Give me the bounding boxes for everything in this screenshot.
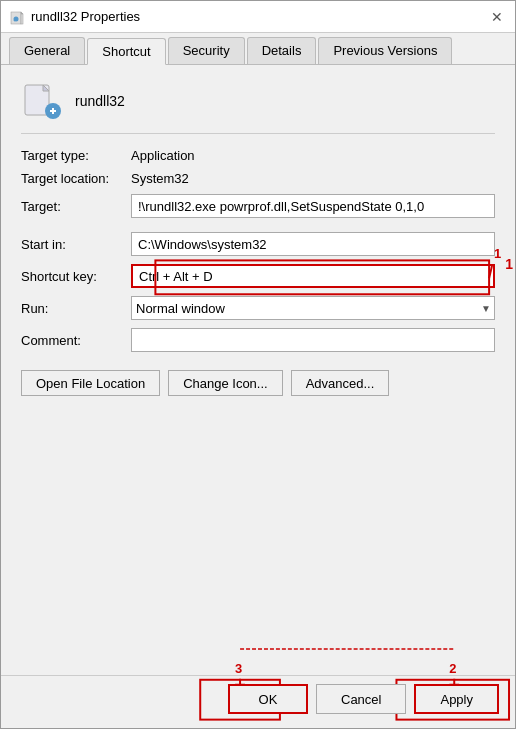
- tab-previous-versions[interactable]: Previous Versions: [318, 37, 452, 64]
- start-in-input[interactable]: [131, 232, 495, 256]
- icon-name-row: rundll32: [21, 81, 495, 134]
- run-row: Run: Normal window Minimized Maximized ▼: [21, 296, 495, 320]
- target-location-row: Target location: System32: [21, 171, 495, 186]
- properties-window: rundll32 Properties ✕ General Shortcut S…: [0, 0, 516, 729]
- tab-details[interactable]: Details: [247, 37, 317, 64]
- start-in-label: Start in:: [21, 237, 131, 252]
- comment-input[interactable]: [131, 328, 495, 352]
- title-bar: rundll32 Properties ✕: [1, 1, 515, 33]
- comment-label: Comment:: [21, 333, 131, 348]
- open-file-location-button[interactable]: Open File Location: [21, 370, 160, 396]
- cancel-button[interactable]: Cancel: [316, 684, 406, 714]
- run-select[interactable]: Normal window Minimized Maximized: [131, 296, 495, 320]
- change-icon-button[interactable]: Change Icon...: [168, 370, 283, 396]
- target-type-row: Target type: Application: [21, 148, 495, 163]
- window-icon: [9, 9, 25, 25]
- file-icon: [21, 81, 61, 121]
- start-in-row: Start in:: [21, 232, 495, 256]
- tab-security[interactable]: Security: [168, 37, 245, 64]
- action-buttons-row: Open File Location Change Icon... Advanc…: [21, 370, 495, 396]
- shortcut-key-label: Shortcut key:: [21, 269, 131, 284]
- window-title: rundll32 Properties: [31, 9, 140, 24]
- file-name: rundll32: [75, 93, 125, 109]
- run-label: Run:: [21, 301, 131, 316]
- bottom-buttons-row: OK Cancel Apply: [1, 675, 515, 728]
- target-label: Target:: [21, 199, 131, 214]
- tabs-bar: General Shortcut Security Details Previo…: [1, 33, 515, 65]
- svg-rect-2: [21, 14, 23, 24]
- advanced-button[interactable]: Advanced...: [291, 370, 390, 396]
- tab-shortcut[interactable]: Shortcut: [87, 38, 165, 65]
- target-type-label: Target type:: [21, 148, 131, 163]
- annotation-badge-1: 1: [505, 256, 513, 272]
- run-select-wrapper: Normal window Minimized Maximized ▼: [131, 296, 495, 320]
- title-bar-left: rundll32 Properties: [9, 9, 140, 25]
- tab-general[interactable]: General: [9, 37, 85, 64]
- target-location-value: System32: [131, 171, 189, 186]
- svg-marker-1: [21, 12, 23, 14]
- target-input[interactable]: [131, 194, 495, 218]
- shortcut-key-input[interactable]: [131, 264, 495, 288]
- shortcut-key-row: Shortcut key: 1: [21, 264, 495, 288]
- tab-content: rundll32 Target type: Application Target…: [1, 65, 515, 675]
- apply-button[interactable]: Apply: [414, 684, 499, 714]
- target-row: Target:: [21, 194, 495, 218]
- comment-row: Comment:: [21, 328, 495, 352]
- ok-button[interactable]: OK: [228, 684, 308, 714]
- target-location-label: Target location:: [21, 171, 131, 186]
- target-type-value: Application: [131, 148, 195, 163]
- close-button[interactable]: ✕: [487, 7, 507, 27]
